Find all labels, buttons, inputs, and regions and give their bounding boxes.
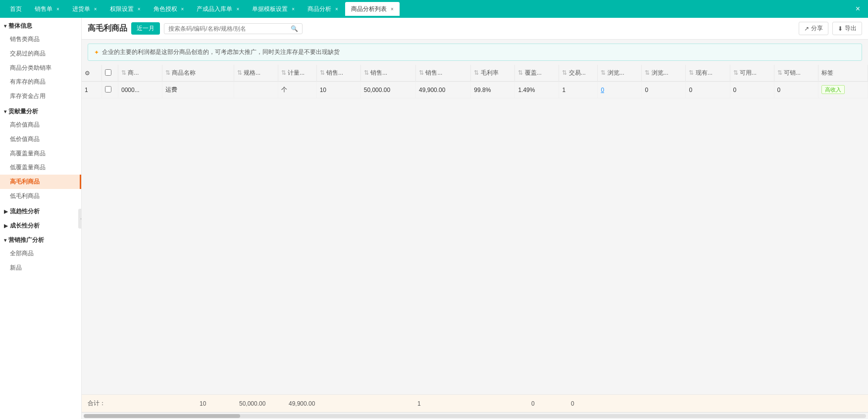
col-current-stock[interactable]: ⇅ 现有... [686, 65, 730, 82]
content-header: 高毛利商品 近一月 🔍 ↗ 分享 ⬇ 导出 [82, 18, 868, 40]
sidebar-item-traded-goods[interactable]: 交易过的商品 [0, 47, 81, 61]
search-icon[interactable]: 🔍 [291, 25, 298, 32]
share-button[interactable]: ↗ 分享 [799, 22, 828, 35]
sort-icon: ⇅ [419, 69, 424, 76]
scroll-track[interactable] [84, 414, 866, 418]
window-close-button[interactable]: × [852, 4, 864, 13]
close-icon[interactable]: × [138, 6, 141, 12]
nav-sales-order[interactable]: 销售单 × [29, 2, 65, 16]
close-icon[interactable]: × [94, 6, 97, 12]
sidebar-group-contribution[interactable]: ▾ 贡献量分析 [0, 103, 81, 118]
sidebar-collapse-button[interactable]: « [78, 209, 82, 229]
sidebar-item-high-value[interactable]: 高价值商品 [0, 118, 81, 132]
col-name[interactable]: ⇅ 商品名称 [162, 65, 234, 82]
nav-product-analysis[interactable]: 商品分析 × [302, 2, 344, 16]
cell-checkbox[interactable] [102, 82, 118, 98]
col-available[interactable]: ⇅ 可用... [730, 65, 774, 82]
sort-icon: ⇅ [645, 69, 650, 76]
col-settings[interactable]: ⚙ [82, 65, 102, 82]
horizontal-scrollbar[interactable] [82, 412, 868, 419]
scroll-thumb[interactable] [84, 414, 240, 418]
sidebar-item-new-goods[interactable]: 新品 [0, 261, 81, 275]
cell-code: 0000... [118, 82, 162, 98]
sidebar-item-low-value[interactable]: 低价值商品 [0, 132, 81, 146]
select-all-checkbox[interactable] [105, 69, 111, 76]
sidebar-item-all-goods[interactable]: 全部商品 [0, 246, 81, 261]
sort-icon: ⇅ [237, 69, 242, 76]
nav-purchase-order[interactable]: 进货单 × [66, 2, 103, 16]
search-input[interactable] [168, 25, 289, 32]
table-wrapper[interactable]: ⚙ ⇅ 商... ⇅ 商品名称 ⇅ 规格... ⇅ 计量... ⇅ 销售... … [82, 65, 868, 394]
sidebar-group-marketing[interactable]: ▾ 营销推广分析 [0, 232, 81, 246]
col-browse1[interactable]: ⇅ 浏览... [598, 65, 642, 82]
cell-transactions: 1 [559, 82, 598, 98]
sidebar-group-growth[interactable]: ▶ 成长性分析 [0, 218, 81, 232]
col-unit[interactable]: ⇅ 计量... [278, 65, 316, 82]
footer-cell-sales-amount1: 50,000.00 [236, 400, 286, 407]
sort-icon: ⇅ [562, 69, 567, 76]
share-icon: ↗ [804, 25, 809, 32]
cell-gross-margin: 99.8% [471, 82, 515, 98]
nav-permission[interactable]: 权限设置 × [104, 2, 147, 16]
cell-coverage: 1.49% [515, 82, 559, 98]
nav-product-in[interactable]: 产成品入库单 × [191, 2, 245, 16]
col-coverage[interactable]: ⇅ 覆盖... [515, 65, 559, 82]
filter-recent-month-button[interactable]: 近一月 [131, 22, 160, 35]
nav-product-analysis-list[interactable]: 商品分析列表 × [345, 2, 400, 16]
export-button[interactable]: ⬇ 导出 [832, 22, 862, 35]
col-spec[interactable]: ⇅ 规格... [234, 65, 278, 82]
cell-browse1[interactable]: 0 [598, 82, 642, 98]
row-checkbox[interactable] [105, 86, 111, 93]
col-browse2[interactable]: ⇅ 浏览... [642, 65, 686, 82]
sort-icon: ⇅ [320, 69, 325, 76]
table-row: 1 0000... 运费 个 10 50,000.00 49,900.00 99… [82, 82, 868, 98]
cell-sales-qty: 10 [316, 82, 360, 98]
page-title: 高毛利商品 [88, 23, 127, 34]
sort-icon: ⇅ [601, 69, 606, 76]
sidebar-item-sales-goods[interactable]: 销售类商品 [0, 32, 81, 47]
col-sellable[interactable]: ⇅ 可销... [774, 65, 818, 82]
close-icon[interactable]: × [56, 6, 59, 12]
sort-icon: ⇅ [518, 69, 523, 76]
cell-sellable: 0 [774, 82, 818, 98]
sidebar-item-high-margin[interactable]: 高毛利商品 [0, 175, 81, 189]
sort-icon: ⇅ [165, 69, 170, 76]
close-icon[interactable]: × [391, 6, 394, 12]
footer-cell-current-stock: 0 [528, 400, 568, 407]
sort-icon: ⇅ [364, 69, 369, 76]
export-icon: ⬇ [838, 25, 843, 32]
sidebar-item-category-rate[interactable]: 商品分类助销率 [0, 61, 81, 75]
sort-icon: ⇅ [689, 69, 694, 76]
sidebar-item-stock-capital[interactable]: 库存资金占用 [0, 89, 81, 103]
col-sales-qty[interactable]: ⇅ 销售... [316, 65, 360, 82]
cell-current-stock: 0 [686, 82, 730, 98]
footer-cell-transactions: 1 [414, 400, 449, 407]
close-icon[interactable]: × [236, 6, 239, 12]
col-gross-margin[interactable]: ⇅ 毛利率 [471, 65, 515, 82]
nav-role-auth[interactable]: 角色授权 × [148, 2, 190, 16]
sidebar-item-low-coverage[interactable]: 低覆盖量商品 [0, 160, 81, 175]
cell-spec [234, 82, 278, 98]
content-area: 高毛利商品 近一月 🔍 ↗ 分享 ⬇ 导出 ✦ 企业的主要的利润都是这部分商品创… [82, 18, 868, 419]
cell-browse2: 0 [642, 82, 686, 98]
col-checkbox[interactable] [102, 65, 118, 82]
col-code[interactable]: ⇅ 商... [118, 65, 162, 82]
sort-icon: ⇅ [777, 69, 782, 76]
close-icon[interactable]: × [181, 6, 184, 12]
top-nav: 首页 销售单 × 进货单 × 权限设置 × 角色授权 × 产成品入库单 × 单据… [0, 0, 868, 18]
sidebar-item-in-stock[interactable]: 有库存的商品 [0, 75, 81, 89]
sidebar-group-overall[interactable]: ▾ 整体信息 [0, 18, 81, 32]
chevron-right-icon: ▶ [4, 223, 8, 229]
col-transactions[interactable]: ⇅ 交易... [559, 65, 598, 82]
nav-home[interactable]: 首页 [4, 2, 28, 16]
sidebar-item-high-coverage[interactable]: 高覆盖量商品 [0, 146, 81, 161]
main-layout: « ▾ 整体信息 销售类商品 交易过的商品 商品分类助销率 有库存的商品 库存资… [0, 18, 868, 419]
col-sales-amount2[interactable]: ⇅ 销售... [416, 65, 471, 82]
close-icon[interactable]: × [335, 6, 338, 12]
sidebar-item-low-margin[interactable]: 低毛利商品 [0, 189, 81, 203]
sidebar-group-trend[interactable]: ▶ 流趋性分析 [0, 203, 81, 218]
nav-template-settings[interactable]: 单据模板设置 × [246, 2, 301, 16]
col-sales-amount1[interactable]: ⇅ 销售... [360, 65, 415, 82]
close-icon[interactable]: × [292, 6, 295, 12]
col-tag[interactable]: 标签 [818, 65, 868, 82]
